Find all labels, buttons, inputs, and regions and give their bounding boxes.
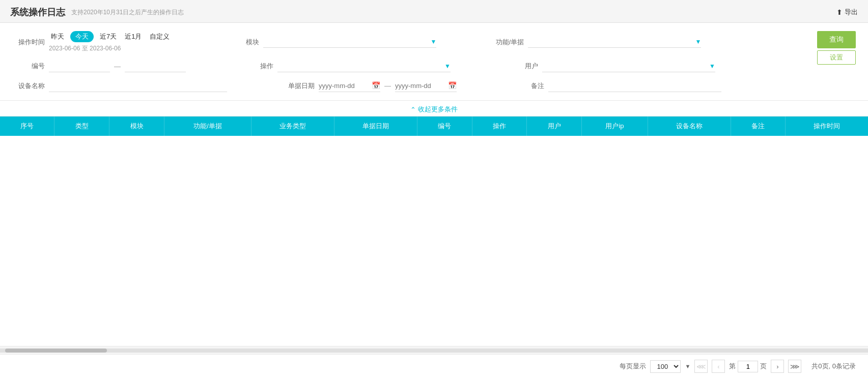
time-btn-7days[interactable]: 近7天 — [98, 31, 119, 42]
col-remark: 备注 — [731, 117, 786, 136]
user-dropdown-icon: ▼ — [709, 63, 715, 70]
date-from-input[interactable] — [319, 82, 370, 90]
filter-row-1: 操作时间 昨天 今天 近7天 近1月 自定义 2023-06-06 至 2023… — [12, 31, 817, 53]
page-size-select[interactable]: 20 50 100 200 — [650, 360, 681, 373]
time-filter: 昨天 今天 近7天 近1月 自定义 2023-06-06 至 2023-06-0… — [49, 31, 172, 53]
filter-area: 操作时间 昨天 今天 近7天 近1月 自定义 2023-06-06 至 2023… — [0, 23, 868, 101]
device-label: 设备名称 — [12, 81, 45, 91]
export-button[interactable]: ⬆ 导出 — [836, 8, 858, 17]
code-input-to[interactable] — [125, 60, 186, 72]
col-biz-type: 业务类型 — [251, 117, 334, 136]
device-input[interactable] — [49, 80, 227, 92]
date-to-wrapper: 📅 — [395, 79, 457, 92]
scrollbar-area — [0, 346, 868, 354]
func-dropdown-icon: ▼ — [695, 38, 702, 45]
col-device: 设备名称 — [648, 117, 731, 136]
page-title: 系统操作日志 — [10, 6, 65, 18]
time-filter-block: 操作时间 昨天 今天 近7天 近1月 自定义 2023-06-06 至 2023… — [12, 31, 172, 53]
col-user-ip: 用户ip — [582, 117, 648, 136]
code-label: 编号 — [12, 62, 45, 71]
col-func: 功能/单据 — [164, 117, 251, 136]
operation-label: 操作 — [241, 62, 273, 71]
time-btn-today[interactable]: 今天 — [70, 31, 94, 42]
chevron-up-icon: ⌃ — [410, 106, 416, 113]
module-select[interactable]: ▼ — [263, 36, 436, 48]
page-suffix: 页 — [760, 362, 767, 371]
time-label: 操作时间 — [12, 38, 45, 47]
date-dash: — — [384, 82, 391, 90]
docdate-filter-block: 单据日期 📅 — 📅 — [282, 79, 457, 92]
user-filter-block: 用户 ▼ — [506, 61, 715, 72]
time-range: 2023-06-06 至 2023-06-06 — [49, 44, 172, 53]
col-type: 类型 — [54, 117, 109, 136]
operation-dropdown-icon: ▼ — [444, 63, 451, 70]
module-dropdown-icon: ▼ — [431, 38, 437, 45]
table-header-row: 序号 类型 模块 功能/单据 业务类型 单据日期 编号 操作 用户 用户ip 设… — [0, 117, 868, 136]
time-buttons: 昨天 今天 近7天 近1月 自定义 — [49, 31, 172, 42]
func-select[interactable]: ▼ — [528, 36, 701, 48]
page-size-label: 每页显示 — [620, 362, 646, 371]
filter-row-2: 编号 — 操作 ▼ — [12, 60, 817, 72]
col-module: 模块 — [109, 117, 164, 136]
page-wrapper: 系统操作日志 支持2020年10月31日之后产生的操作日志 ⬆ 导出 操作时间 — [0, 0, 868, 378]
page-label: 第 — [729, 362, 736, 371]
pagination: 每页显示 20 50 100 200 ▼ ⋘ ‹ 第 页 › ⋙ 共0页, 0条… — [0, 354, 868, 378]
chevron-down-icon: ▼ — [685, 363, 690, 369]
total-info: 共0页, 0条记录 — [811, 362, 856, 371]
time-btn-yesterday[interactable]: 昨天 — [49, 31, 66, 42]
col-user: 用户 — [527, 117, 582, 136]
table-header: 序号 类型 模块 功能/单据 业务类型 单据日期 编号 操作 用户 用户ip 设… — [0, 117, 868, 136]
filter-row-3: 设备名称 单据日期 📅 — — [12, 79, 817, 92]
page-subtitle: 支持2020年10月31日之后产生的操作日志 — [71, 8, 184, 17]
export-label: 导出 — [845, 8, 858, 17]
col-index: 序号 — [0, 117, 54, 136]
remark-filter-block: 备注 — [512, 80, 721, 92]
docdate-label: 单据日期 — [282, 81, 315, 91]
empty-area — [0, 136, 868, 329]
export-icon: ⬆ — [836, 8, 843, 16]
calendar-from-icon[interactable]: 📅 — [372, 81, 380, 90]
user-select[interactable]: ▼ — [542, 61, 715, 72]
device-filter-block: 设备名称 — [12, 80, 227, 92]
collapse-row: ⌃ 收起更多条件 — [0, 101, 868, 117]
remark-input[interactable] — [548, 80, 721, 92]
table-wrapper: 序号 类型 模块 功能/单据 业务类型 单据日期 编号 操作 用户 用户ip 设… — [0, 117, 868, 346]
scrollbar-thumb[interactable] — [5, 348, 107, 353]
collapse-label: 收起更多条件 — [418, 105, 458, 114]
time-btn-custom[interactable]: 自定义 — [148, 31, 172, 42]
remark-label: 备注 — [512, 81, 544, 91]
filter-columns: 操作时间 昨天 今天 近7天 近1月 自定义 2023-06-06 至 2023… — [12, 31, 817, 92]
filter-main-row: 操作时间 昨天 今天 近7天 近1月 自定义 2023-06-06 至 2023… — [12, 31, 856, 92]
next-page-button[interactable]: › — [771, 360, 784, 373]
scrollbar-track[interactable] — [0, 348, 868, 353]
calendar-to-icon[interactable]: 📅 — [448, 81, 457, 90]
col-operation: 操作 — [472, 117, 527, 136]
module-label: 模块 — [227, 38, 259, 47]
query-button[interactable]: 查询 — [817, 31, 856, 48]
prev-page-button[interactable]: ‹ — [712, 360, 725, 373]
page-number-input[interactable] — [738, 361, 758, 372]
operation-select[interactable]: ▼ — [277, 61, 451, 72]
data-table: 序号 类型 模块 功能/单据 业务类型 单据日期 编号 操作 用户 用户ip 设… — [0, 117, 868, 136]
col-doc-date: 单据日期 — [334, 117, 417, 136]
first-page-button[interactable]: ⋘ — [694, 360, 708, 373]
page-info: 第 页 — [729, 361, 767, 372]
user-label: 用户 — [506, 62, 538, 71]
code-dash: — — [114, 63, 121, 70]
action-buttons: 查询 设置 — [817, 31, 856, 65]
module-filter-block: 模块 ▼ — [227, 36, 436, 48]
last-page-button[interactable]: ⋙ — [788, 360, 801, 373]
operation-filter-block: 操作 ▼ — [241, 61, 451, 72]
date-to-input[interactable] — [395, 82, 446, 90]
time-btn-1month[interactable]: 近1月 — [123, 31, 144, 42]
func-filter-block: 功能/单据 ▼ — [491, 36, 701, 48]
settings-button[interactable]: 设置 — [817, 50, 856, 65]
func-label: 功能/单据 — [491, 38, 524, 47]
collapse-button[interactable]: ⌃ 收起更多条件 — [410, 105, 458, 114]
col-op-time: 操作时间 — [786, 117, 868, 136]
code-input-from[interactable] — [49, 60, 110, 72]
date-from-wrapper: 📅 — [319, 79, 380, 92]
page-header: 系统操作日志 支持2020年10月31日之后产生的操作日志 ⬆ 导出 — [0, 0, 868, 23]
code-filter-block: 编号 — — [12, 60, 186, 72]
col-code: 编号 — [417, 117, 472, 136]
